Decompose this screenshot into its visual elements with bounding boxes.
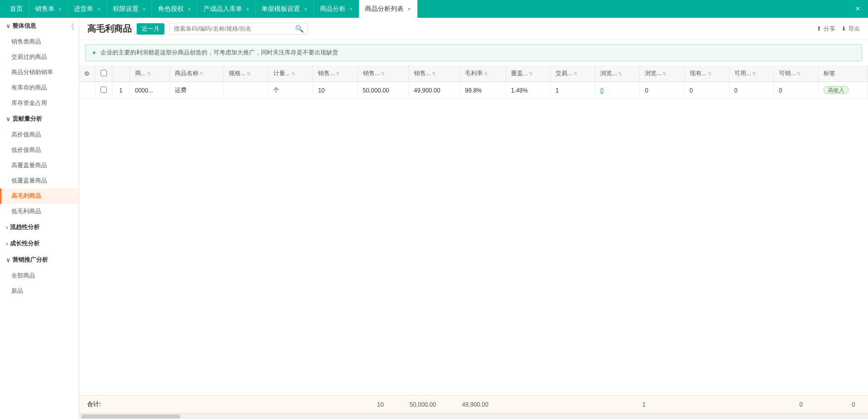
tab-analysis[interactable]: 商品分析 × — [314, 0, 359, 18]
sidebar-item-traded-goods[interactable]: 交易过的商品 — [0, 49, 79, 65]
col-gross-margin[interactable]: 毛利率⇅ — [460, 65, 506, 82]
close-all-tabs[interactable]: × — [852, 4, 864, 13]
tab-home[interactable]: 首页 — [4, 0, 29, 18]
row-select-checkbox[interactable] — [101, 87, 107, 93]
sidebar-item-new-goods[interactable]: 新品 — [0, 283, 79, 299]
sidebar-item-high-coverage[interactable]: 高覆盖量商品 — [0, 158, 79, 173]
tab-sales-label: 销售单 — [35, 4, 54, 13]
search-icon[interactable]: 🔍 — [295, 25, 304, 33]
col-gear[interactable]: ⚙ — [79, 65, 95, 82]
row-trade: 1 — [551, 82, 595, 99]
tab-analysis-list-label: 商品分析列表 — [365, 4, 404, 13]
scrollbar-thumb[interactable] — [81, 415, 180, 419]
data-table: ⚙ 商...⇅ 商品名称⇅ 规格...⇅ 计量...⇅ 销售...⇅ 销售...… — [79, 65, 868, 99]
sidebar-item-low-coverage[interactable]: 低覆盖量商品 — [0, 173, 79, 188]
tab-template-close[interactable]: × — [304, 6, 307, 12]
share-button[interactable]: ⬆ 分享 — [817, 25, 835, 33]
sort-icon-12: ⇅ — [663, 71, 666, 76]
row-checkbox[interactable] — [95, 82, 112, 99]
sidebar-group-marketing-title[interactable]: ∨ 营销推广分析 — [0, 252, 79, 268]
tab-product-in[interactable]: 产成品入库单 × — [198, 0, 255, 18]
col-checkbox[interactable] — [95, 65, 112, 82]
sidebar-item-high-value[interactable]: 高价值商品 — [0, 127, 79, 142]
arrow-icon-2: ∨ — [6, 116, 10, 123]
time-filter-button[interactable]: 近一月 — [137, 23, 164, 35]
col-sales-amount[interactable]: 销售...⇅ — [357, 65, 408, 82]
col-current-stock[interactable]: 现有...⇅ — [684, 65, 729, 82]
col-sales-qty[interactable]: 销售...⇅ — [313, 65, 357, 82]
sidebar-group-marketing-label: 营销推广分析 — [12, 256, 48, 264]
select-all-checkbox[interactable] — [101, 70, 107, 76]
sidebar-item-sales-goods[interactable]: 销售类商品 — [0, 34, 79, 49]
tab-template[interactable]: 单据模板设置 × — [255, 0, 313, 18]
col-coverage[interactable]: 覆盖...⇅ — [506, 65, 550, 82]
table-wrapper[interactable]: ⚙ 商...⇅ 商品名称⇅ 规格...⇅ 计量...⇅ 销售...⇅ 销售...… — [79, 65, 868, 395]
col-spec[interactable]: 规格...⇅ — [224, 65, 268, 82]
tab-sales[interactable]: 销售单 × — [29, 0, 68, 18]
sort-icon-10: ⇅ — [573, 71, 577, 76]
sidebar-item-low-margin[interactable]: 低毛利商品 — [0, 204, 79, 219]
sidebar-collapse-button[interactable]: 《 — [67, 22, 75, 32]
col-available-stock[interactable]: 可用...⇅ — [729, 65, 773, 82]
col-unit[interactable]: 计量...⇅ — [268, 65, 313, 82]
row-tag: 高收入 — [818, 82, 868, 99]
sidebar-group-growth-label: 成长性分析 — [10, 239, 40, 248]
col-code[interactable]: 商...⇅ — [130, 65, 169, 82]
sidebar-item-high-margin[interactable]: 高毛利商品 — [0, 188, 79, 204]
export-button[interactable]: ⬇ 导出 — [841, 25, 860, 33]
tab-analysis-close[interactable]: × — [350, 6, 353, 12]
tab-permission-close[interactable]: × — [143, 6, 146, 12]
col-sales-cost[interactable]: 销售...⇅ — [408, 65, 460, 82]
tab-permission[interactable]: 权限设置 × — [107, 0, 152, 18]
sort-icon-4: ⇅ — [291, 71, 295, 76]
sidebar-item-in-stock[interactable]: 有库存的商品 — [0, 80, 79, 95]
horizontal-scrollbar[interactable] — [79, 413, 868, 419]
sidebar-item-all-goods[interactable]: 全部商品 — [0, 268, 79, 283]
col-browse1[interactable]: 浏览...⇅ — [595, 65, 640, 82]
sidebar-item-distribution-rate[interactable]: 商品分销助销率 — [0, 65, 79, 80]
row-sales-qty: 10 — [313, 82, 357, 99]
tab-permission-label: 权限设置 — [113, 4, 139, 13]
col-name[interactable]: 商品名称⇅ — [169, 65, 224, 82]
tab-analysis-list-close[interactable]: × — [408, 6, 410, 12]
sidebar-group-contribution-label: 贡献量分析 — [12, 115, 42, 123]
tab-sales-close[interactable]: × — [58, 6, 61, 12]
tab-role[interactable]: 角色授权 × — [152, 0, 197, 18]
tab-product-in-close[interactable]: × — [246, 6, 249, 12]
arrow-icon-4: › — [6, 240, 8, 247]
col-saleable[interactable]: 可销...⇅ — [773, 65, 818, 82]
footer-sales-amount: 50,000.00 — [389, 401, 441, 408]
sidebar-item-low-value[interactable]: 低价值商品 — [0, 142, 79, 158]
sidebar-item-stock-capital[interactable]: 库存资金占用 — [0, 95, 79, 111]
content-title: 高毛利商品 — [87, 23, 132, 35]
row-gear — [79, 82, 95, 99]
browse1-link[interactable]: 0 — [600, 87, 604, 94]
sort-icon-3: ⇅ — [247, 71, 251, 76]
top-nav: 首页 销售单 × 进货单 × 权限设置 × 角色授权 × 产成品入库单 × 单据… — [0, 0, 868, 18]
col-num — [112, 65, 130, 82]
sidebar-group-overall-label: 整体信息 — [12, 22, 36, 30]
tab-purchase-close[interactable]: × — [97, 6, 100, 12]
tab-analysis-list[interactable]: 商品分析列表 × — [359, 0, 417, 18]
footer-label: 合计: — [87, 400, 127, 409]
sidebar-group-trend-title[interactable]: › 流趋性分析 — [0, 219, 79, 235]
sort-icon-6: ⇅ — [381, 71, 385, 76]
tab-role-close[interactable]: × — [188, 6, 191, 12]
tab-purchase-label: 进货单 — [74, 4, 93, 13]
content-area: 高毛利商品 近一月 🔍 ⬆ 分享 ⬇ 导出 ✦ 企业的主要的利润都是这部分商品创… — [79, 18, 868, 419]
sidebar: 《 ∨ 整体信息 销售类商品 交易过的商品 商品分销助销率 有库存的商品 库存资… — [0, 18, 79, 419]
col-trade[interactable]: 交易...⇅ — [551, 65, 595, 82]
search-input[interactable] — [174, 25, 292, 32]
row-gross-margin: 99.8% — [460, 82, 506, 99]
sidebar-group-trend: › 流趋性分析 — [0, 219, 79, 235]
row-browse1[interactable]: 0 — [595, 82, 640, 99]
sidebar-group-contribution-title[interactable]: ∨ 贡献量分析 — [0, 111, 79, 127]
row-browse2: 0 — [640, 82, 684, 99]
row-code[interactable]: 0000... — [130, 82, 169, 99]
share-icon: ⬆ — [817, 25, 821, 32]
sort-icon-15: ⇅ — [797, 71, 801, 76]
tab-purchase[interactable]: 进货单 × — [68, 0, 106, 18]
sidebar-group-growth-title[interactable]: › 成长性分析 — [0, 235, 79, 252]
col-tag[interactable]: 标签 — [818, 65, 868, 82]
col-browse2[interactable]: 浏览...⇅ — [640, 65, 684, 82]
